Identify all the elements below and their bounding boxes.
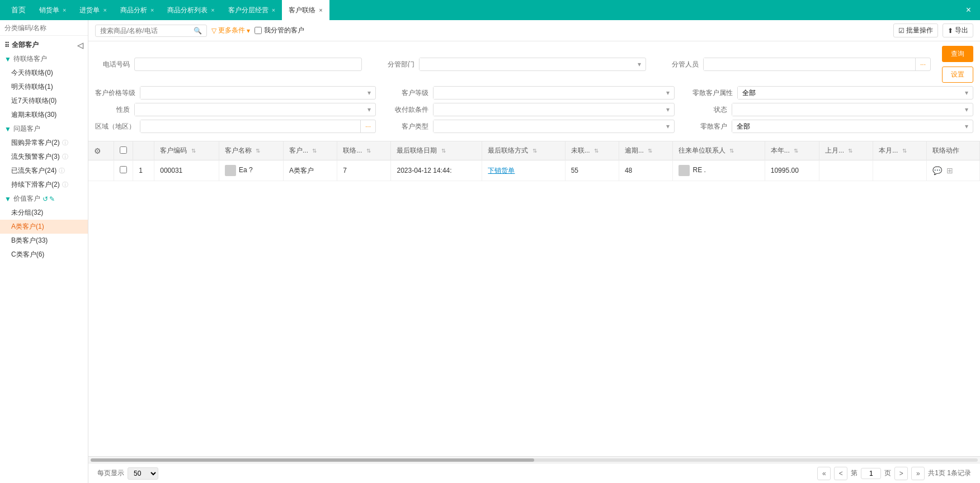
sidebar-search-input[interactable] bbox=[4, 24, 88, 32]
first-page-btn[interactable]: « bbox=[817, 467, 831, 480]
cust-level-dropdown-arrow[interactable]: ▾ bbox=[662, 87, 674, 99]
retail-cust-dropdown-arrow[interactable]: ▾ bbox=[960, 120, 973, 132]
filter-nature-select[interactable]: ▾ bbox=[134, 103, 376, 116]
sidebar-item-class-b[interactable]: B类客户(33) bbox=[0, 234, 88, 248]
dept-dropdown-arrow[interactable]: ▾ bbox=[633, 58, 646, 70]
horizontal-scrollbar[interactable] bbox=[88, 456, 980, 463]
sort-unit-contacts-icon[interactable]: ⇅ bbox=[729, 148, 734, 154]
filter-person-select[interactable]: ··· bbox=[703, 58, 931, 71]
sort-overdue-icon[interactable]: ⇅ bbox=[648, 148, 652, 154]
close-analysis-tab[interactable]: × bbox=[150, 7, 154, 13]
sort-this-year-icon[interactable]: ⇅ bbox=[794, 148, 798, 154]
sidebar-item-overdue[interactable]: 逾期未联络(30) bbox=[0, 108, 88, 122]
sort-last-method-icon[interactable]: ⇅ bbox=[533, 148, 537, 154]
filter-payment-input[interactable] bbox=[434, 103, 662, 116]
sidebar-item-lost[interactable]: 已流失客户(24) ⓘ bbox=[0, 164, 88, 178]
filter-retail-attr-input[interactable] bbox=[738, 87, 960, 99]
row-checkbox[interactable] bbox=[120, 166, 127, 173]
th-name[interactable]: 客户名称 ⇅ bbox=[219, 141, 283, 160]
sort-last-date-icon[interactable]: ⇅ bbox=[441, 148, 446, 154]
sidebar-collapse-icon[interactable]: ◁ bbox=[77, 41, 83, 50]
th-last-date[interactable]: 最后联络日期 ⇅ bbox=[391, 141, 482, 160]
filter-status-input[interactable] bbox=[732, 103, 960, 116]
filter-retail-cust-select[interactable]: ▾ bbox=[732, 120, 973, 133]
th-this-year[interactable]: 本年... ⇅ bbox=[765, 141, 819, 160]
close-all-tabs[interactable]: × bbox=[962, 5, 976, 15]
th-code[interactable]: 客户编码 ⇅ bbox=[154, 141, 219, 160]
chat-action-icon[interactable]: 💬 bbox=[932, 166, 942, 175]
batch-ops-button[interactable]: ☑ 批量操作 bbox=[893, 23, 938, 37]
person-dots-btn[interactable]: ··· bbox=[915, 58, 930, 70]
nav-tab-purchase[interactable]: 进货单 × bbox=[73, 0, 113, 20]
sidebar-group-value[interactable]: ▼ 价值客户 ↺ ✎ bbox=[0, 192, 88, 206]
status-dropdown-arrow[interactable]: ▾ bbox=[960, 103, 973, 116]
filter-price-input[interactable] bbox=[140, 87, 363, 99]
th-last-method[interactable]: 最后联络方式 ⇅ bbox=[482, 141, 565, 160]
filter-payment-select[interactable]: ▾ bbox=[433, 103, 675, 116]
close-sales-tab[interactable]: × bbox=[63, 7, 66, 13]
sidebar-item-ungrouped[interactable]: 未分组(32) bbox=[0, 206, 88, 220]
close-contact-tab[interactable]: × bbox=[319, 7, 322, 13]
nav-home[interactable]: 首页 bbox=[4, 0, 32, 20]
refresh-value-icon[interactable]: ↺ bbox=[43, 195, 48, 203]
last-method-link[interactable]: 下销货单 bbox=[488, 167, 515, 174]
nav-tab-sales[interactable]: 销货单 × bbox=[32, 0, 73, 20]
sidebar-item-class-a[interactable]: A类客户(1) bbox=[0, 220, 88, 234]
filter-cust-type-input[interactable] bbox=[434, 120, 662, 132]
th-contact[interactable]: 联络... ⇅ bbox=[337, 141, 391, 160]
last-page-btn[interactable]: » bbox=[911, 467, 925, 480]
export-button[interactable]: ⬆ 导出 bbox=[943, 23, 973, 37]
settings-gear-icon[interactable]: ⚙ bbox=[94, 146, 101, 155]
sidebar-item-loss-warning[interactable]: 流失预警客户(3) ⓘ bbox=[0, 150, 88, 164]
filter-cust-level-select[interactable]: ▾ bbox=[433, 86, 675, 100]
filter-phone-input[interactable] bbox=[134, 58, 362, 71]
filter-retail-attr-select[interactable]: ▾ bbox=[737, 86, 973, 100]
th-overdue[interactable]: 逾期... ⇅ bbox=[619, 141, 672, 160]
sort-last-month-icon[interactable]: ⇅ bbox=[848, 148, 852, 154]
filter-person-input[interactable] bbox=[704, 58, 915, 70]
th-category[interactable]: 客户... ⇅ bbox=[283, 141, 337, 160]
nav-tab-segment[interactable]: 客户分层经营 × bbox=[222, 0, 282, 20]
filter-price-select[interactable]: ▾ bbox=[140, 86, 376, 100]
sidebar-item-class-c[interactable]: C类客户(6) bbox=[0, 248, 88, 262]
th-unit-contacts[interactable]: 往来单位联系人 ⇅ bbox=[673, 141, 765, 160]
sidebar-item-7days[interactable]: 近7天待联络(0) bbox=[0, 94, 88, 108]
sort-contact-icon[interactable]: ⇅ bbox=[366, 148, 371, 154]
region-dots-btn[interactable]: ··· bbox=[360, 120, 375, 132]
filter-cust-level-input[interactable] bbox=[434, 87, 662, 99]
filter-nature-input[interactable] bbox=[135, 103, 363, 116]
filter-region-select[interactable]: ··· bbox=[140, 120, 376, 133]
my-customers-filter[interactable]: 我分管的客户 bbox=[255, 26, 304, 35]
filter-status-select[interactable]: ▾ bbox=[732, 103, 973, 116]
close-segment-tab[interactable]: × bbox=[272, 7, 275, 13]
filter-dept-input[interactable] bbox=[420, 58, 634, 70]
sidebar-group-pending[interactable]: ▼ 待联络客户 bbox=[0, 52, 88, 66]
query-button[interactable]: 查询 bbox=[942, 46, 973, 62]
cust-type-dropdown-arrow[interactable]: ▾ bbox=[662, 120, 674, 132]
th-last-month[interactable]: 上月... ⇅ bbox=[819, 141, 873, 160]
sidebar-item-declining[interactable]: 持续下滑客户(2) ⓘ bbox=[0, 178, 88, 192]
filter-dept-select[interactable]: ▾ bbox=[419, 58, 647, 71]
nav-tab-contact[interactable]: 客户联络 × bbox=[282, 0, 329, 20]
qr-action-icon[interactable]: ⊞ bbox=[946, 166, 953, 175]
sidebar-all-customers-header[interactable]: ⠿ 全部客户 ◁ bbox=[0, 36, 88, 52]
page-size-select[interactable]: 20 50 100 200 bbox=[128, 467, 158, 480]
filter-retail-cust-input[interactable] bbox=[732, 120, 960, 132]
sidebar-item-today[interactable]: 今天待联络(0) bbox=[0, 66, 88, 80]
my-customers-checkbox[interactable] bbox=[255, 27, 262, 34]
nav-tab-analysis[interactable]: 商品分析 × bbox=[114, 0, 161, 20]
page-number-input[interactable] bbox=[861, 468, 881, 479]
th-this-month[interactable]: 本月... ⇅ bbox=[873, 141, 927, 160]
next-page-btn[interactable]: > bbox=[894, 467, 908, 480]
sort-category-icon[interactable]: ⇅ bbox=[312, 148, 317, 154]
prev-page-btn[interactable]: < bbox=[834, 467, 847, 480]
sort-name-icon[interactable]: ⇅ bbox=[256, 148, 260, 154]
close-purchase-tab[interactable]: × bbox=[103, 7, 106, 13]
filter-search-input[interactable] bbox=[100, 27, 194, 35]
sidebar-group-problem[interactable]: ▼ 问题客户 bbox=[0, 122, 88, 136]
sort-no-contact-icon[interactable]: ⇅ bbox=[594, 148, 599, 154]
scrollbar-thumb[interactable] bbox=[91, 458, 534, 462]
filter-cust-type-select[interactable]: ▾ bbox=[433, 120, 675, 133]
nav-tab-analysis-list[interactable]: 商品分析列表 × bbox=[161, 0, 221, 20]
sidebar-item-tomorrow[interactable]: 明天待联络(1) bbox=[0, 80, 88, 94]
